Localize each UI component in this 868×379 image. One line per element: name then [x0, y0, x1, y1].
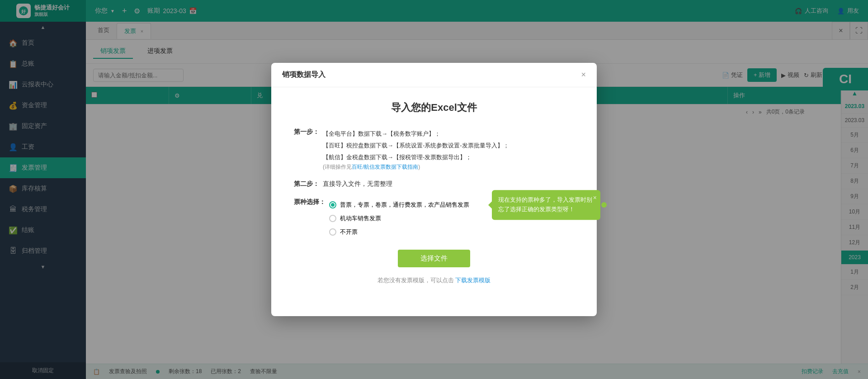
tooltip-text: 现在支持的票种多了，导入发票时别忘了选择正确的发票类型呀！ — [498, 196, 592, 213]
tooltip-close-button[interactable]: × — [593, 193, 597, 203]
choose-file-label: 选择文件 — [420, 254, 448, 262]
download-tip: 若您没有发票模版，可以点击 下载发票模版 — [294, 276, 574, 284]
dialog-title: 销项数据导入 — [282, 70, 326, 80]
download-template-link[interactable]: 下载发票模版 — [455, 277, 491, 284]
step1-section: 第一步： 【全电平台】数据下载→【税务数字账户】； 【百旺】税控盘数据下载→【系… — [294, 128, 574, 171]
dialog-main-title: 导入您的Excel文件 — [294, 101, 574, 114]
radio-circle-1 — [329, 201, 336, 208]
step2-label: 第二步： — [294, 180, 319, 188]
step1-guide-link[interactable]: 百旺/航信发票数据下载指南 — [352, 164, 418, 170]
step1-line1: 【全电平台】数据下载→【税务数字账户】； — [323, 128, 509, 140]
choose-file-button[interactable]: 选择文件 — [398, 250, 470, 267]
radio-circle-3 — [329, 228, 336, 236]
dialog-header: 销项数据导入 × — [271, 63, 597, 87]
radio-label-1: 普票，专票，卷票，通行费发票，农产品销售发票 — [340, 201, 469, 209]
tooltip-bubble: × 现在支持的票种多了，导入发票时别忘了选择正确的发票类型呀！ — [492, 190, 600, 220]
dialog-close-button[interactable]: × — [581, 70, 586, 80]
import-dialog: 销项数据导入 × 导入您的Excel文件 第一步： 【全电平台】数据下载→【税务… — [271, 63, 597, 316]
step1-note-prefix: (详细操作见 — [323, 164, 352, 170]
tooltip-connector-dot — [601, 202, 607, 208]
step1-label: 第一步： — [294, 128, 319, 136]
radio-dot-1 — [331, 203, 335, 207]
ticket-label: 票种选择： — [294, 198, 326, 206]
radio-option-2[interactable]: 机动车销售发票 — [329, 214, 469, 223]
radio-option-1[interactable]: 普票，专票，卷票，通行费发票，农产品销售发票 × 现在支持的票种多了，导入发票时… — [329, 201, 469, 209]
step1-note: (详细操作见百旺/航信发票数据下载指南) — [323, 163, 509, 171]
radio-circle-2 — [329, 215, 336, 222]
step2-text: 直接导入文件，无需整理 — [323, 180, 392, 188]
radio-group: 普票，专票，卷票，通行费发票，农产品销售发票 × 现在支持的票种多了，导入发票时… — [329, 201, 469, 236]
step1-content: 【全电平台】数据下载→【税务数字账户】； 【百旺】税控盘数据下载→【系统设置-系… — [323, 128, 509, 171]
step1-line3: 【航信】金税盘数据下载→【报税管理-发票数据导出】； — [323, 152, 509, 163]
radio-label-3: 不开票 — [340, 228, 358, 236]
download-tip-prefix: 若您没有发票模版，可以点击 — [377, 277, 454, 284]
step1-line2: 【百旺】税控盘数据下载→【系统设置-系统参数设置-发票批量导入】； — [323, 140, 509, 152]
step1-note-suffix: ) — [418, 164, 420, 170]
step2-section: 第二步： 直接导入文件，无需整理 — [294, 180, 574, 188]
ticket-section: 票种选择： 普票，专票，卷票，通行费发票，农产品销售发票 × 现在支持的票种多了… — [294, 197, 574, 236]
radio-option-3[interactable]: 不开票 — [329, 228, 469, 236]
radio-label-2: 机动车销售发票 — [340, 214, 381, 223]
dialog-body: 导入您的Excel文件 第一步： 【全电平台】数据下载→【税务数字账户】； 【百… — [271, 87, 597, 298]
